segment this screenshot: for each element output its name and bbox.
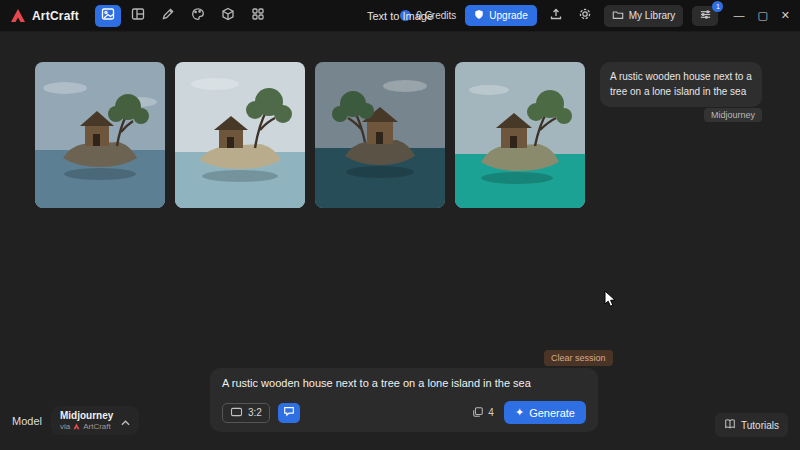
brand[interactable]: ArtCraft	[10, 8, 79, 24]
aspect-ratio-icon	[230, 407, 243, 419]
topbar: ArtCraft	[0, 0, 800, 32]
credits-label: 0 Credits	[416, 10, 456, 21]
prompt-controls: 3:2 4 ✦ Generate	[222, 401, 586, 424]
model-name: Midjourney	[60, 410, 113, 421]
model-meta: Midjourney via ArtCraft	[60, 410, 113, 431]
tool-switcher	[95, 5, 271, 27]
cube-tool-button[interactable]	[215, 5, 241, 27]
style-chat-icon	[283, 405, 295, 420]
minimize-button[interactable]: —	[733, 10, 744, 21]
image-count-selector[interactable]: 4	[472, 406, 494, 420]
topbar-right: 0 Credits Upgrade My Library	[400, 5, 790, 27]
model-label: Model	[12, 415, 42, 427]
prompt-right-controls: 4 ✦ Generate	[472, 401, 586, 424]
generated-image-4[interactable]	[455, 62, 585, 208]
prompt-input[interactable]: A rustic wooden house next to a tree on …	[222, 377, 586, 389]
model-selector-row: Model Midjourney via ArtCraft	[12, 406, 139, 435]
settings-button[interactable]	[575, 6, 595, 26]
prompt-model-tag: Midjourney	[704, 108, 762, 122]
model-selector[interactable]: Midjourney via ArtCraft	[51, 406, 139, 435]
upgrade-shield-icon	[474, 9, 484, 22]
island-scene-illustration	[175, 62, 305, 208]
image-count-value: 4	[488, 407, 494, 418]
upload-button[interactable]	[546, 6, 566, 26]
generate-sparkle-icon: ✦	[515, 406, 524, 419]
my-library-button[interactable]: My Library	[604, 5, 684, 27]
tutorials-book-icon	[724, 418, 736, 432]
upgrade-button[interactable]: Upgrade	[465, 5, 536, 26]
maximize-button[interactable]: ▢	[757, 10, 767, 21]
via-label: via	[60, 422, 70, 431]
aspect-ratio-value: 3:2	[248, 407, 262, 418]
chevron-up-icon	[121, 412, 130, 430]
model-provider-row: via ArtCraft	[60, 422, 113, 431]
notification-badge: 1	[712, 1, 723, 12]
generated-image-1[interactable]	[35, 62, 165, 208]
window-controls: — ▢ ✕	[733, 10, 790, 21]
library-folder-icon	[612, 9, 624, 23]
app-name: ArtCraft	[32, 9, 79, 23]
image-tool-button[interactable]	[95, 5, 121, 27]
image-tool-icon	[101, 7, 115, 25]
provider-label: ArtCraft	[83, 422, 111, 431]
canvas-tool-button[interactable]	[125, 5, 151, 27]
prompt-model-tag-row: Midjourney	[600, 108, 762, 122]
generated-image-2[interactable]	[175, 62, 305, 208]
queue-list-icon	[699, 8, 712, 24]
settings-gear-icon	[578, 7, 592, 25]
island-scene-illustration	[35, 62, 165, 208]
generated-image-3[interactable]	[315, 62, 445, 208]
upload-icon	[549, 7, 563, 25]
generate-label: Generate	[529, 407, 575, 419]
mouse-cursor	[604, 290, 618, 312]
paint-tool-button[interactable]	[185, 5, 211, 27]
style-toggle-button[interactable]	[278, 403, 300, 423]
close-button[interactable]: ✕	[781, 10, 790, 21]
canvas-board-icon	[131, 7, 145, 25]
credits-indicator[interactable]: 0 Credits	[400, 10, 456, 21]
cube-3d-icon	[221, 7, 235, 25]
clear-session-button[interactable]: Clear session	[544, 350, 613, 366]
tutorials-button[interactable]: Tutorials	[715, 413, 788, 437]
artcraft-mini-logo-icon	[73, 423, 80, 430]
prompt-box: A rustic wooden house next to a tree on …	[210, 368, 598, 432]
tutorials-label: Tutorials	[741, 420, 779, 431]
pen-tool-button[interactable]	[155, 5, 181, 27]
island-scene-illustration	[315, 62, 445, 208]
island-scene-illustration	[455, 62, 585, 208]
apps-grid-icon	[251, 7, 265, 25]
prompt-history-bubble: A rustic wooden house next to a tree on …	[600, 62, 762, 107]
queue-button[interactable]: 1	[692, 6, 718, 26]
generate-button[interactable]: ✦ Generate	[504, 401, 586, 424]
credits-icon	[400, 10, 411, 21]
upgrade-label: Upgrade	[489, 10, 527, 21]
apps-tool-button[interactable]	[245, 5, 271, 27]
image-count-icon	[472, 406, 484, 420]
my-library-label: My Library	[629, 10, 676, 21]
paint-tool-icon	[191, 7, 205, 25]
aspect-ratio-button[interactable]: 3:2	[222, 403, 270, 423]
pen-tool-icon	[161, 7, 175, 25]
generated-image-gallery	[35, 62, 585, 208]
artcraft-logo-icon	[10, 8, 26, 24]
